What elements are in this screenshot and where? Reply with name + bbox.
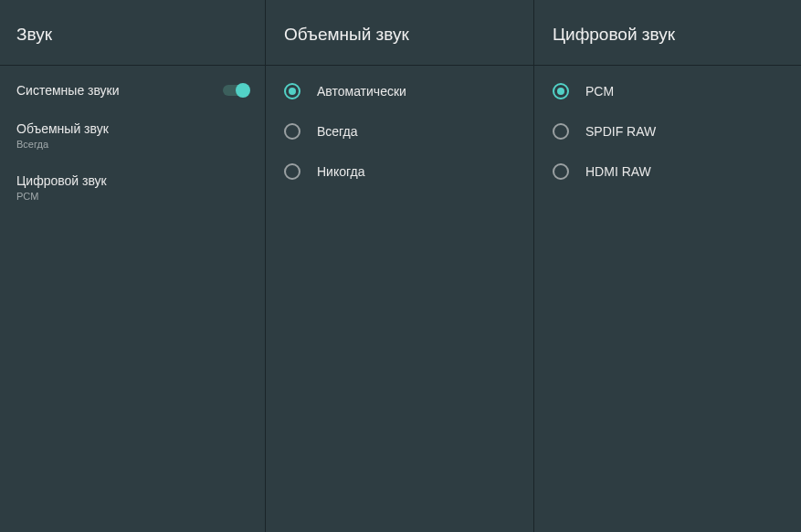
surround-value: Всегда [16, 139, 109, 150]
radio-icon [284, 163, 300, 180]
surround-option-never[interactable]: Никогда [266, 151, 533, 192]
sound-list: Системные звуки Объемный звук Всегда Циф… [0, 66, 265, 214]
digital-option-hdmi[interactable]: HDMI RAW [534, 151, 801, 192]
toggle-knob [236, 83, 250, 98]
system-sounds-item[interactable]: Системные звуки [0, 71, 265, 110]
surround-header: Объемный звук [266, 0, 533, 66]
surround-options-panel: Объемный звук Автоматически Всегда Никог… [266, 0, 534, 532]
radio-icon [284, 123, 300, 140]
surround-label: Объемный звук [16, 121, 109, 136]
system-sounds-toggle[interactable] [223, 85, 248, 96]
digital-header: Цифровой звук [534, 0, 801, 66]
surround-options-list: Автоматически Всегда Никогда [266, 66, 533, 192]
option-label: Всегда [317, 124, 358, 139]
surround-title: Объемный звук [284, 25, 409, 45]
digital-value: PCM [16, 191, 107, 202]
digital-title: Цифровой звук [553, 25, 675, 45]
radio-icon [553, 83, 569, 99]
radio-icon [284, 83, 300, 99]
option-label: Автоматически [317, 84, 406, 99]
sound-header: Звук [0, 0, 265, 66]
option-label: SPDIF RAW [585, 124, 656, 139]
digital-options-panel: Цифровой звук PCM SPDIF RAW HDMI RAW [534, 0, 801, 532]
surround-sound-item[interactable]: Объемный звук Всегда [0, 110, 265, 162]
digital-sound-item[interactable]: Цифровой звук PCM [0, 162, 265, 214]
digital-label: Цифровой звук [16, 173, 107, 188]
option-label: Никогда [317, 164, 364, 179]
surround-option-auto[interactable]: Автоматически [266, 71, 533, 111]
digital-option-pcm[interactable]: PCM [534, 71, 801, 111]
option-label: HDMI RAW [585, 164, 651, 179]
sound-settings-panel: Звук Системные звуки Объемный звук Всегд… [0, 0, 266, 532]
radio-icon [553, 123, 569, 140]
digital-option-spdif[interactable]: SPDIF RAW [534, 111, 801, 151]
radio-icon [553, 163, 569, 180]
digital-options-list: PCM SPDIF RAW HDMI RAW [534, 66, 801, 192]
sound-title: Звук [16, 25, 52, 45]
surround-option-always[interactable]: Всегда [266, 111, 533, 151]
system-sounds-label: Системные звуки [16, 83, 120, 98]
option-label: PCM [585, 84, 614, 99]
